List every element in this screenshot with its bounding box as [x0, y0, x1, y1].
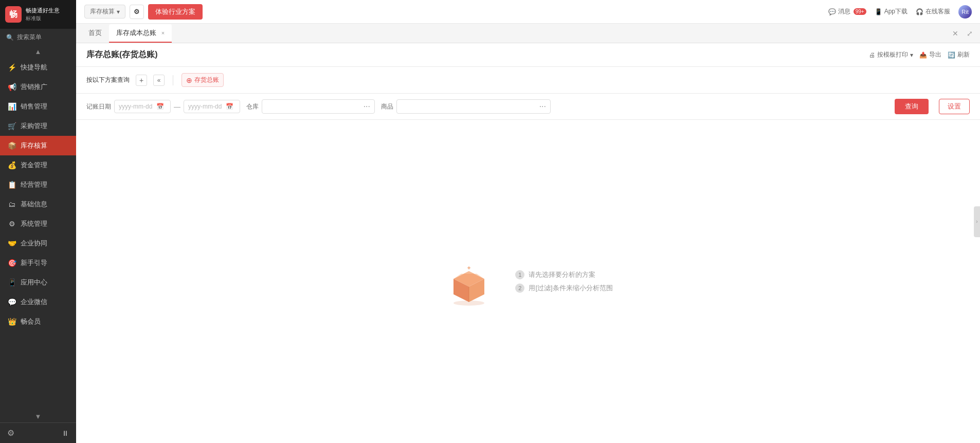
- topbar-breadcrumb[interactable]: 库存核算 ▾: [84, 5, 125, 19]
- sidebar-item-sales[interactable]: 📊 销售管理: [0, 97, 76, 116]
- hint2-text: 用[过滤]条件来缩小分析范围: [529, 283, 612, 293]
- date-to-input[interactable]: yyyy-mm-dd 📅: [184, 100, 240, 113]
- filter-collapse-btn[interactable]: «: [153, 75, 165, 86]
- right-panel-toggle[interactable]: ›: [974, 206, 980, 237]
- topbar-left: 库存核算 ▾ ⚙ 体验行业方案: [84, 4, 823, 20]
- app-download-label: App下载: [884, 7, 908, 16]
- filter-separator: [173, 75, 173, 85]
- headset-icon: 🎧: [916, 8, 923, 15]
- sidebar-item-purchase[interactable]: 🛒 采购管理: [0, 116, 76, 136]
- warehouse-select[interactable]: ···: [262, 99, 375, 114]
- filter-scheme-area: 按以下方案查询 + « ⊕ 存货总账: [76, 67, 980, 94]
- filter-add-btn[interactable]: +: [136, 75, 147, 86]
- sales-icon: 📊: [7, 102, 16, 111]
- topbar-right: 💬 消息 99+ 📱 App下载 🎧 在线客服 Rit: [828, 5, 972, 19]
- filter-scheme-label: 按以下方案查询: [86, 76, 130, 84]
- sidebar-item-marketing[interactable]: 📢 营销推广: [0, 77, 76, 97]
- export-label: 导出: [929, 50, 941, 59]
- date-from-placeholder: yyyy-mm-dd: [119, 103, 152, 110]
- topbar: 库存核算 ▾ ⚙ 体验行业方案 💬 消息 99+ 📱 App下载 🎧 在线客服: [76, 0, 980, 24]
- basic-icon: 🗂: [7, 200, 16, 209]
- app-download-btn[interactable]: 📱 App下载: [875, 7, 908, 16]
- nav-label: 销售管理: [21, 102, 47, 111]
- sidebar-item-finance[interactable]: 💰 资金管理: [0, 155, 76, 175]
- appcenter-icon: 📱: [7, 278, 16, 287]
- tab-active-label: 库存成本总账: [116, 29, 156, 37]
- goods-filter-field: 商品 ···: [381, 99, 551, 114]
- guide-icon: 🎯: [7, 258, 16, 268]
- sidebar-bottom: ⚙ ⏸: [0, 422, 76, 443]
- right-panel-chevron-icon: ›: [976, 219, 977, 224]
- tab-inventory-ledger[interactable]: 库存成本总账 ×: [109, 24, 172, 43]
- operation-icon: 📋: [7, 180, 16, 189]
- sidebar-item-cooperation[interactable]: 🤝 企业协同: [0, 234, 76, 253]
- refresh-btn[interactable]: 🔄 刷新: [948, 50, 970, 59]
- warehouse-label: 仓库: [246, 102, 259, 111]
- wechat-icon: 💬: [7, 297, 16, 307]
- sidebar-item-system[interactable]: ⚙ 系统管理: [0, 214, 76, 234]
- tab-home[interactable]: 首页: [81, 24, 109, 43]
- query-btn[interactable]: 查询: [895, 99, 929, 114]
- sidebar-item-shortcut[interactable]: ⚡ 快捷导航: [0, 58, 76, 77]
- sidebar-item-wechat[interactable]: 💬 企业微信: [0, 292, 76, 312]
- app-name: 畅捷通好生意: [26, 7, 60, 14]
- finance-icon: 💰: [7, 161, 16, 170]
- nav-label: 企业微信: [21, 297, 47, 307]
- message-btn[interactable]: 💬 消息 99+: [828, 7, 866, 16]
- tab-close-btn[interactable]: ×: [161, 30, 165, 36]
- tab-panel-expand-btn[interactable]: ⤢: [965, 27, 975, 40]
- warehouse-more-icon[interactable]: ···: [364, 102, 370, 111]
- export-btn[interactable]: 📤 导出: [919, 50, 941, 59]
- date-to-placeholder: yyyy-mm-dd: [188, 103, 222, 110]
- sidebar-scroll-down[interactable]: ▼: [0, 411, 76, 422]
- filter-row: 记账日期 yyyy-mm-dd 📅 — yyyy-mm-dd 📅 仓库 ···: [76, 94, 980, 120]
- sidebar-item-operation[interactable]: 📋 经营管理: [0, 175, 76, 194]
- nav-label: 营销推广: [21, 82, 47, 92]
- phone-icon: 📱: [875, 8, 882, 15]
- settings-btn-topbar[interactable]: ⚙: [130, 5, 144, 19]
- search-menu[interactable]: 🔍 搜索菜单: [0, 29, 76, 46]
- nav-label: 畅会员: [21, 317, 41, 326]
- message-badge: 99+: [854, 8, 866, 15]
- goods-more-icon[interactable]: ···: [539, 102, 546, 111]
- marketing-icon: 📢: [7, 82, 16, 92]
- tab-panel-close-btn[interactable]: ✕: [950, 27, 960, 40]
- scheme-item-label: 存货总账: [194, 76, 219, 84]
- goods-select[interactable]: ···: [396, 99, 551, 114]
- date-from-input[interactable]: yyyy-mm-dd 📅: [114, 100, 171, 113]
- search-icon: 🔍: [6, 34, 14, 41]
- sidebar-item-member[interactable]: 👑 畅会员: [0, 312, 76, 331]
- system-icon: ⚙: [7, 219, 16, 228]
- calendar-to-icon: 📅: [226, 103, 233, 110]
- nav-label: 快捷导航: [21, 63, 47, 72]
- app-edition: 标准版: [26, 15, 60, 22]
- nav-label: 应用中心: [21, 278, 47, 287]
- sidebar-item-basic[interactable]: 🗂 基础信息: [0, 194, 76, 214]
- sidebar-collapse-btn[interactable]: ⏸: [62, 429, 69, 437]
- tab-area-right: ✕ ⤢: [950, 27, 975, 40]
- content-area: ✦ 1 请先选择要分析的方案 2 用[过滤]条件来缩小分析范围: [76, 120, 980, 443]
- settings-btn[interactable]: 设置: [939, 99, 970, 114]
- tab-bar: 首页 库存成本总账 × ✕ ⤢: [76, 24, 980, 43]
- sidebar: 畅 畅捷通好生意 标准版 🔍 搜索菜单 ▲ ⚡ 快捷导航 📢 营销推广 📊 销售…: [0, 0, 76, 443]
- sidebar-item-inventory[interactable]: 📦 库存核算: [0, 136, 76, 155]
- page-title: 库存总账(存货总账): [86, 49, 158, 60]
- online-support-btn[interactable]: 🎧 在线客服: [916, 7, 950, 16]
- sidebar-item-guide[interactable]: 🎯 新手引导: [0, 253, 76, 273]
- settings-icon-btn[interactable]: ⚙: [7, 428, 14, 438]
- app-logo: 畅 畅捷通好生意 标准版: [0, 0, 76, 29]
- industry-btn[interactable]: 体验行业方案: [148, 4, 203, 20]
- cooperation-icon: 🤝: [7, 239, 16, 248]
- sidebar-scroll-up[interactable]: ▲: [0, 46, 76, 58]
- filter-scheme-item[interactable]: ⊕ 存货总账: [182, 73, 224, 87]
- nav-label: 经营管理: [21, 180, 47, 189]
- user-area[interactable]: Rit: [958, 5, 972, 19]
- sidebar-item-appcenter[interactable]: 📱 应用中心: [0, 273, 76, 292]
- print-btn[interactable]: 🖨 按模板打印 ▾: [869, 50, 913, 59]
- goods-label: 商品: [381, 102, 393, 111]
- search-menu-label: 搜索菜单: [17, 33, 42, 42]
- message-label: 消息: [838, 7, 850, 16]
- inventory-icon: 📦: [7, 141, 16, 150]
- refresh-label: 刷新: [957, 50, 970, 59]
- print-chevron-icon: ▾: [910, 51, 913, 59]
